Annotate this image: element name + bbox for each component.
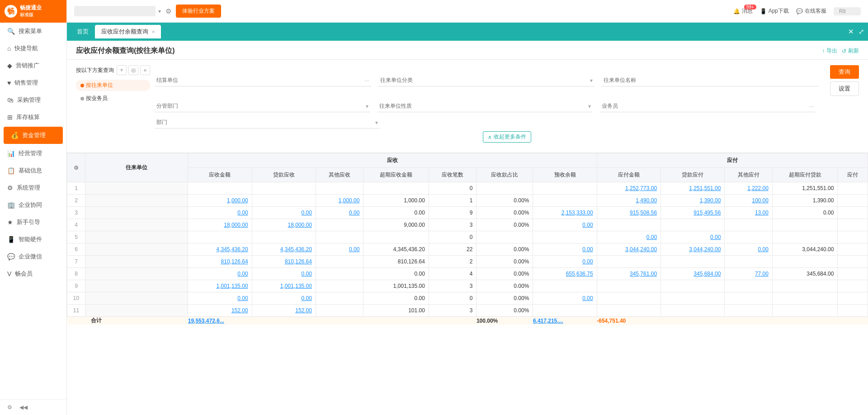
department-arrow[interactable]: ▾ <box>375 119 378 126</box>
row-r-advance[interactable]: 0.00 <box>533 292 597 305</box>
row-p-loan[interactable] <box>661 280 725 292</box>
row-r-loan[interactable] <box>252 231 316 243</box>
row-r-advance[interactable]: 655,636.75 <box>533 268 597 280</box>
row-r-loan[interactable]: 18,000.00 <box>252 219 316 231</box>
row-p-amount[interactable] <box>597 292 660 305</box>
row-p-other[interactable] <box>725 292 773 305</box>
row-p-loan[interactable]: 1,390.00 <box>661 195 725 207</box>
row-p-other[interactable]: 0.00 <box>725 243 773 256</box>
row-p-amount[interactable]: 1,490.00 <box>597 195 660 207</box>
sidebar-item-system[interactable]: ⚙ 系统管理 <box>0 179 66 196</box>
window-close-icon[interactable]: ✕ <box>848 28 854 36</box>
user-name[interactable]: Rit <box>834 7 861 15</box>
row-r-other[interactable] <box>316 305 363 317</box>
sidebar-item-hardware[interactable]: 📱 智能硬件 <box>0 231 66 248</box>
row-p-amount[interactable] <box>597 305 660 317</box>
row-r-loan[interactable]: 1,001,135.00 <box>252 280 316 292</box>
settings-icon[interactable]: ⚙ <box>7 404 12 410</box>
row-p-amount[interactable] <box>597 219 660 231</box>
tab-home[interactable]: 首页 <box>71 25 95 38</box>
row-p-amount[interactable] <box>597 256 660 268</box>
row-r-loan[interactable]: 810,126.64 <box>252 256 316 268</box>
row-r-other[interactable] <box>316 256 363 268</box>
sidebar-item-wechat[interactable]: 💬 企业微信 <box>0 248 66 265</box>
salesperson-dots[interactable]: ··· <box>809 103 814 110</box>
row-r-loan[interactable] <box>252 195 316 207</box>
row-r-other[interactable] <box>316 182 363 195</box>
setting-button[interactable]: 设置 <box>830 81 859 96</box>
sidebar-item-purchase[interactable]: 🛍 采购管理 <box>0 91 66 109</box>
row-r-other[interactable]: 0.00 <box>316 207 363 219</box>
row-r-loan[interactable]: 0.00 <box>252 292 316 305</box>
row-r-loan[interactable] <box>252 182 316 195</box>
row-r-amount[interactable]: 0.00 <box>188 292 252 305</box>
app-download-button[interactable]: 📱 App下载 <box>760 7 789 15</box>
row-r-advance[interactable]: 2,153,333.00 <box>533 207 597 219</box>
row-r-advance[interactable] <box>533 305 597 317</box>
row-r-other[interactable]: 1,000.00 <box>316 195 363 207</box>
scheme-target-icon[interactable]: ◎ <box>128 65 138 75</box>
row-p-other[interactable]: 77.00 <box>725 268 773 280</box>
row-r-advance[interactable] <box>533 182 597 195</box>
row-r-loan[interactable]: 4,345,436.20 <box>252 243 316 256</box>
sidebar-item-quick-nav[interactable]: ⌂ 快捷导航 <box>0 40 66 57</box>
row-r-loan[interactable]: 152.00 <box>252 305 316 317</box>
refresh-button[interactable]: ↺ 刷新 <box>842 47 859 55</box>
row-r-amount[interactable] <box>188 231 252 243</box>
row-p-other[interactable] <box>725 231 773 243</box>
row-p-other[interactable] <box>725 305 773 317</box>
sidebar-item-member[interactable]: V 畅会员 <box>0 265 66 282</box>
solution-button[interactable]: 体验行业方案 <box>176 5 221 18</box>
row-r-amount[interactable]: 1,001,135.00 <box>188 280 252 292</box>
row-p-amount[interactable]: 915,508.56 <box>597 207 660 219</box>
query-button[interactable]: 查询 <box>830 65 859 79</box>
row-p-loan[interactable]: 0.00 <box>661 231 725 243</box>
online-service-button[interactable]: 💬 在线客服 <box>796 7 826 15</box>
footer-r-amount[interactable]: 19,553,472,6... <box>188 317 252 325</box>
window-maximize-icon[interactable]: ⤢ <box>859 28 864 36</box>
row-p-other[interactable]: 13.00 <box>725 207 773 219</box>
row-r-advance[interactable]: 0.00 <box>533 243 597 256</box>
scheme-option-partner[interactable]: 按往来单位 <box>76 80 150 91</box>
scheme-option-salesperson[interactable]: 按业务员 <box>76 93 150 104</box>
row-r-loan[interactable]: 0.00 <box>252 207 316 219</box>
row-r-amount[interactable]: 4,345,436.20 <box>188 243 252 256</box>
sidebar-item-guide[interactable]: ★ 新手引导 <box>0 214 66 231</box>
notice-button[interactable]: 🔔 消息 99+ <box>733 7 753 15</box>
settlement-unit-dots[interactable]: ··· <box>365 77 369 84</box>
row-p-loan[interactable]: 1,251,551.00 <box>661 182 725 195</box>
row-p-loan[interactable] <box>661 292 725 305</box>
row-r-other[interactable] <box>316 280 363 292</box>
partner-nature-arrow[interactable]: ▾ <box>588 103 591 110</box>
footer-r-advance[interactable]: 6,417,215.... <box>533 317 597 325</box>
row-r-advance[interactable] <box>533 195 597 207</box>
table-settings-icon[interactable]: ⚙ <box>74 165 79 171</box>
row-r-other[interactable] <box>316 231 363 243</box>
row-p-amount[interactable]: 345,761.00 <box>597 268 660 280</box>
row-p-loan[interactable]: 3,044,240.00 <box>661 243 725 256</box>
row-r-loan[interactable]: 0.00 <box>252 268 316 280</box>
row-r-other[interactable] <box>316 219 363 231</box>
row-r-amount[interactable]: 18,000.00 <box>188 219 252 231</box>
row-r-amount[interactable]: 0.00 <box>188 268 252 280</box>
sidebar-item-enterprise[interactable]: 🏢 企业协同 <box>0 196 66 214</box>
row-p-loan[interactable]: 345,684.00 <box>661 268 725 280</box>
row-p-amount[interactable]: 1,252,773.00 <box>597 182 660 195</box>
dropdown-arrow-icon[interactable]: ▾ <box>158 8 161 14</box>
row-p-other[interactable] <box>725 280 773 292</box>
row-p-other[interactable]: 1,222.00 <box>725 182 773 195</box>
row-p-loan[interactable]: 915,495.56 <box>661 207 725 219</box>
export-button[interactable]: ↑ 导出 <box>822 47 837 55</box>
collapse-more-button[interactable]: ∧ 收起更多条件 <box>483 131 531 143</box>
sidebar-item-operation[interactable]: 📊 经营管理 <box>0 145 66 162</box>
row-r-other[interactable]: 0.00 <box>316 243 363 256</box>
row-r-amount[interactable]: 152.00 <box>188 305 252 317</box>
row-p-other[interactable] <box>725 219 773 231</box>
sidebar-item-finance[interactable]: 💰 资金管理 <box>4 127 63 144</box>
partner-category-arrow[interactable]: ▾ <box>590 77 593 84</box>
row-r-advance[interactable] <box>533 231 597 243</box>
row-p-amount[interactable]: 3,044,240.00 <box>597 243 660 256</box>
row-r-other[interactable] <box>316 268 363 280</box>
row-r-amount[interactable]: 0.00 <box>188 207 252 219</box>
row-p-other[interactable] <box>725 256 773 268</box>
